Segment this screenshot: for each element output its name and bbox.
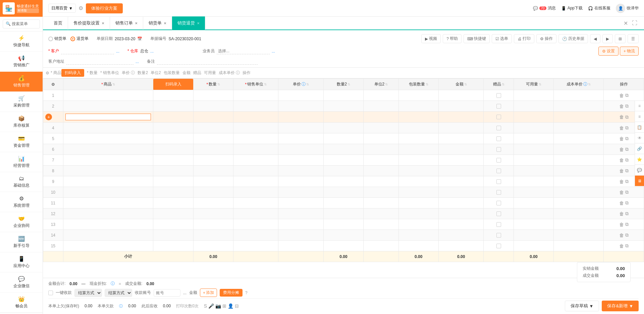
tab-home[interactable]: 首页	[48, 16, 68, 30]
close-icon[interactable]: ✕	[164, 21, 166, 25]
sort-icon[interactable]: ⇅	[112, 82, 115, 86]
copy-row-button[interactable]: ⧉	[625, 222, 629, 227]
settings-button[interactable]: ⚙ 设置	[598, 47, 619, 56]
close-icon[interactable]: ✕	[197, 21, 200, 25]
sort-icon[interactable]: ⇅	[464, 82, 467, 86]
print-button[interactable]: 🖨 打印	[514, 34, 534, 43]
save-new-button[interactable]: 保存&新增 ▼	[602, 301, 639, 311]
delete-row-button[interactable]: 🗑	[619, 222, 624, 227]
right-panel-btn-8[interactable]: 🖥	[635, 176, 644, 186]
sort-icon[interactable]: ⇅	[539, 82, 541, 86]
customer-lookup-button[interactable]: ...	[116, 49, 119, 54]
calendar-icon[interactable]: 📅	[137, 37, 142, 41]
right-panel-btn-1[interactable]: ≡	[635, 101, 644, 111]
gift-checkbox[interactable]	[496, 244, 501, 248]
radio-return[interactable]: 退货单	[70, 36, 89, 42]
one-click-checkbox[interactable]	[48, 291, 53, 295]
sidebar-item-purchase[interactable]: 🛒 采购管理	[0, 92, 43, 112]
search-menu-button[interactable]: 🔍 搜索菜单	[3, 19, 40, 28]
cash-discount-info-icon[interactable]: ⓘ	[111, 281, 115, 287]
logistics-button[interactable]: + 物流	[620, 47, 639, 56]
settlement-select[interactable]: 结算方式	[74, 289, 102, 297]
topbar-gear-icon[interactable]: ⚙	[78, 5, 83, 11]
sidebar-item-guide[interactable]: 🆕 新手引导	[0, 232, 43, 252]
gift-checkbox[interactable]	[496, 93, 501, 98]
sidebar-item-sales[interactable]: 💰 销售管理	[0, 72, 43, 92]
table-gear-button[interactable]: ⚙	[46, 71, 49, 75]
gift-checkbox[interactable]	[496, 169, 501, 173]
voice-icon-button[interactable]: 🎤	[208, 303, 214, 309]
sidebar-item-wechat[interactable]: 💬 企业微信	[0, 272, 43, 293]
copy-row-button[interactable]: ⧉	[625, 92, 629, 98]
delete-row-button[interactable]: 🗑	[619, 157, 624, 163]
delete-row-button[interactable]: 🗑	[619, 232, 624, 238]
copy-row-button[interactable]: ⧉	[625, 103, 629, 109]
history-button[interactable]: 🕐 历史单据	[558, 34, 588, 43]
daily-category-select[interactable]: 日用百货 ▼	[48, 4, 76, 13]
app-download-button[interactable]: 📱 App下载	[561, 5, 583, 11]
gift-checkbox[interactable]	[496, 222, 501, 227]
delete-row-button[interactable]: 🗑	[619, 200, 624, 206]
customer-input[interactable]	[61, 48, 114, 54]
sidebar-item-member[interactable]: 👑 畅会员	[0, 293, 43, 313]
sidebar-item-finance[interactable]: 💳 资金管理	[0, 132, 43, 152]
maximize-button[interactable]: ⛶	[631, 19, 639, 27]
grid-view-button[interactable]: ⊞	[615, 34, 626, 43]
copy-row-button[interactable]: ⧉	[625, 157, 629, 163]
online-service-button[interactable]: 🎧 在线客服	[588, 5, 610, 11]
address-input[interactable]	[66, 58, 133, 65]
right-panel-btn-4[interactable]: 👁	[635, 133, 644, 143]
copy-row-button[interactable]: ⧉	[625, 232, 629, 238]
delete-row-button[interactable]: 🗑	[619, 243, 624, 249]
gift-checkbox[interactable]	[496, 190, 501, 195]
delete-row-button[interactable]: 🗑	[619, 103, 624, 109]
qr-icon-button[interactable]: ⊟	[235, 303, 239, 309]
copy-row-button[interactable]: ⧉	[625, 189, 629, 195]
tab-sales-order[interactable]: 销售订单 ✕	[110, 16, 143, 30]
sidebar-item-operations[interactable]: 📊 经营管理	[0, 152, 43, 172]
debt-info-icon[interactable]: ⓘ	[119, 304, 123, 309]
right-panel-btn-5[interactable]: 🔗	[635, 143, 644, 154]
copy-row-button[interactable]: ⧉	[625, 168, 629, 174]
delete-row-button[interactable]: 🗑	[619, 189, 624, 195]
video-button[interactable]: ▶ 视频	[421, 34, 441, 43]
copy-row-button[interactable]: ⧉	[625, 114, 629, 120]
copy-row-button[interactable]: ⧉	[625, 200, 629, 206]
delete-row-button[interactable]: 🗑	[619, 211, 624, 216]
close-tab-button[interactable]: ✕	[622, 19, 629, 27]
sidebar-item-system[interactable]: ⚙ 系统管理	[0, 192, 43, 212]
copy-row-button[interactable]: ⧉	[625, 146, 629, 152]
sort-icon[interactable]: ⇅	[426, 82, 428, 86]
add-payment-button[interactable]: + 添加	[200, 289, 217, 297]
shortcut-button[interactable]: ⌨ 快捷键	[464, 34, 490, 43]
sidebar-item-basic[interactable]: 🗂 基础信息	[0, 172, 43, 192]
person-icon-button[interactable]: 👤	[228, 303, 233, 309]
delete-row-button[interactable]: 🗑	[619, 136, 624, 141]
radio-sales[interactable]: 销货单	[48, 36, 66, 42]
tab-sales-delivery[interactable]: 销货单 ✕	[143, 16, 172, 30]
next-page-button[interactable]: ▶	[602, 34, 613, 43]
experience-button[interactable]: 体验行业方案	[86, 3, 123, 13]
add-row-button[interactable]: +	[45, 114, 52, 120]
sidebar-item-enterprise[interactable]: 🤝 企业协同	[0, 212, 43, 232]
gift-checkbox[interactable]	[496, 179, 501, 184]
sort-icon[interactable]: ⇅	[264, 82, 267, 86]
sidebar-item-shortcut[interactable]: ⚡ 快捷导航	[0, 32, 43, 52]
gift-checkbox[interactable]	[496, 158, 501, 163]
sougou-icon-button[interactable]: S	[204, 303, 207, 309]
info-icon[interactable]: ⓘ	[583, 81, 587, 87]
fee-split-button[interactable]: 费用分摊	[220, 289, 243, 297]
warehouse-lookup-button[interactable]: ...	[150, 49, 154, 54]
copy-row-button[interactable]: ⧉	[625, 243, 629, 249]
message-button[interactable]: 💬 70 消息	[533, 5, 556, 11]
gift-checkbox[interactable]	[496, 233, 501, 238]
copy-row-button[interactable]: ⧉	[625, 179, 629, 184]
gift-checkbox[interactable]	[496, 201, 501, 205]
sort-icon[interactable]: ⇅	[588, 82, 591, 86]
right-panel-btn-2[interactable]: ≡	[635, 111, 644, 122]
fee-help-icon[interactable]: ?	[245, 291, 248, 295]
gift-checkbox[interactable]	[496, 211, 501, 216]
right-panel-btn-7[interactable]: 💬	[635, 165, 644, 176]
gift-checkbox[interactable]	[496, 147, 501, 152]
user-profile[interactable]: 👤 徐泽华	[616, 4, 639, 13]
